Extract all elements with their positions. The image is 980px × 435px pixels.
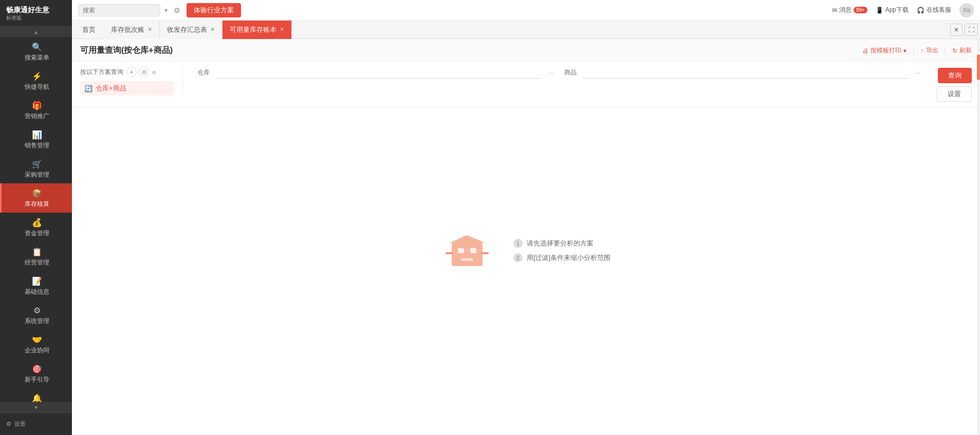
search-dropdown-icon[interactable]: ▾ [164, 7, 168, 14]
field-warehouse-group: 仓库 ··· [197, 67, 556, 79]
trial-button[interactable]: 体验行业方案 [187, 3, 241, 17]
sidebar-item-label-8: 基础信息 [25, 288, 49, 296]
sidebar-item-label-1: 快捷导航 [25, 83, 49, 91]
sidebar-items: 🔍搜索菜单⚡快捷导航🎁营销推广📊销售管理🛒采购管理📦库存核算💰资金管理📋经营管理… [0, 37, 72, 402]
tab-1[interactable]: 库存批次账✕ [104, 21, 160, 39]
sidebar-item-9[interactable]: ⚙系统管理 [0, 300, 72, 330]
sidebar-item-8[interactable]: 📝基础信息 [0, 271, 72, 300]
sidebar-item-icon-7: 📋 [32, 247, 42, 257]
phone-icon: 📱 [876, 7, 883, 14]
scheme-title-label: 按以下方案查询 [80, 68, 123, 77]
sidebar-item-3[interactable]: 📊销售管理 [0, 125, 72, 154]
right-scrollbar[interactable] [977, 39, 980, 435]
sidebar-item-10[interactable]: 🤝企业协同 [0, 330, 72, 359]
sidebar-item-5[interactable]: 📦库存核算 [0, 183, 72, 213]
sidebar: 畅康通好生意 标准版 ▲ 🔍搜索菜单⚡快捷导航🎁营销推广📊销售管理🛒采购管理📦库… [0, 0, 72, 435]
headset-icon: 🎧 [917, 7, 924, 14]
scheme-settings-btn[interactable]: ⊙ [139, 67, 149, 77]
sidebar-item-label-3: 销售管理 [25, 141, 49, 150]
sidebar-item-icon-12: 🔔 [32, 393, 42, 402]
message-badge: 99+ [854, 7, 867, 13]
field-product-label: 商品 [564, 68, 579, 77]
field-warehouse-label: 仓库 [197, 68, 212, 77]
query-button[interactable]: 查询 [938, 68, 972, 83]
sidebar-scroll-up[interactable]: ▲ [0, 27, 72, 37]
scheme-add-btn[interactable]: + [126, 67, 137, 77]
export-label: 导出 [926, 46, 938, 55]
settings-icon: ⚙ [6, 421, 11, 427]
refresh-icon: ↻ [952, 47, 957, 54]
sidebar-item-icon-5: 📦 [32, 188, 42, 198]
scheme-panel: 按以下方案查询 + ⊙ « 🔄 仓库+商品 [80, 67, 183, 96]
message-icon: ✉ [832, 7, 837, 14]
sidebar-item-icon-11: 🎯 [32, 364, 42, 374]
sidebar-scroll-down[interactable]: ▼ [0, 402, 72, 412]
sidebar-item-icon-9: ⚙ [33, 306, 41, 315]
sidebar-item-2[interactable]: 🎁营销推广 [0, 96, 72, 125]
field-product-more[interactable]: ··· [913, 69, 922, 77]
sidebar-item-icon-4: 🛒 [32, 159, 42, 169]
scrollbar-thumb [977, 54, 980, 80]
scheme-label: 仓库+商品 [96, 84, 126, 93]
search-input[interactable] [78, 4, 160, 16]
sidebar-item-label-10: 企业协同 [25, 346, 49, 355]
tab-close-icon-3[interactable]: ✕ [280, 26, 284, 33]
field-product-input[interactable] [583, 67, 909, 79]
export-action[interactable]: ↑ 导出 [921, 46, 938, 55]
sidebar-item-label-9: 系统管理 [25, 317, 49, 326]
sidebar-item-4[interactable]: 🛒采购管理 [0, 154, 72, 183]
query-btn-area: 查询 设置 [937, 67, 972, 102]
print-icon: 🖨 [862, 47, 868, 54]
svg-rect-2 [458, 248, 464, 253]
online-service-label: 在线客服 [927, 6, 951, 14]
svg-rect-0 [452, 243, 483, 266]
app-download-item[interactable]: 📱 App下载 [876, 6, 909, 14]
page-header: 可用量查询(按仓库+商品) 🖨 按模板打印 ▾ | ↑ 导出 | ↻ 刷新 [72, 39, 980, 62]
svg-rect-4 [461, 258, 473, 261]
sidebar-item-label-0: 搜索菜单 [25, 53, 49, 62]
sidebar-item-12[interactable]: 🔔应用中心 [0, 388, 72, 402]
field-warehouse-more[interactable]: ··· [546, 69, 556, 77]
user-icon: Rit [963, 7, 970, 13]
print-action[interactable]: 🖨 按模板打印 ▾ [862, 46, 907, 55]
sidebar-bottom-settings[interactable]: ⚙ 设置 [0, 417, 72, 431]
sidebar-item-label-7: 经营管理 [25, 258, 49, 267]
sidebar-item-6[interactable]: 💰资金管理 [0, 213, 72, 242]
svg-rect-3 [470, 248, 476, 253]
topbar-gear-icon[interactable]: ⚙ [172, 4, 182, 16]
refresh-action[interactable]: ↻ 刷新 [952, 46, 972, 55]
empty-tip-1: 1 请先选择要分析的方案 [513, 239, 611, 248]
fullscreen-btn[interactable]: ⛶ [965, 24, 978, 36]
tip2-text: 用[过滤]条件来缩小分析范围 [527, 253, 611, 262]
online-service-item[interactable]: 🎧 在线客服 [917, 6, 951, 14]
tab-close-icon-1[interactable]: ✕ [147, 26, 152, 33]
settings-button[interactable]: 设置 [937, 86, 972, 102]
empty-illustration: ? [441, 225, 493, 276]
scheme-collapse-btn[interactable]: « [152, 68, 156, 76]
print-dropdown-icon[interactable]: ▾ [903, 47, 907, 54]
close-all-tabs-btn[interactable]: ✕ [950, 24, 963, 36]
sidebar-item-11[interactable]: 🎯新手引导 [0, 359, 72, 388]
tab-3[interactable]: 可用量库存账本✕ [223, 21, 292, 39]
sidebar-item-7[interactable]: 📋经营管理 [0, 242, 72, 271]
tab-2[interactable]: 收发存汇总表✕ [160, 21, 223, 39]
message-item[interactable]: ✉ 消息 99+ [832, 6, 867, 14]
scheme-item-warehouse-product[interactable]: 🔄 仓库+商品 [80, 81, 174, 96]
sidebar-item-label-2: 营销推广 [25, 112, 49, 121]
sidebar-item-icon-2: 🎁 [32, 101, 42, 110]
user-avatar[interactable]: Rit [959, 3, 974, 17]
brand-edition: 标准版 [6, 14, 66, 21]
field-warehouse-input[interactable] [216, 67, 542, 79]
message-label: 消息 [839, 6, 852, 14]
sidebar-item-1[interactable]: ⚡快捷导航 [0, 66, 72, 96]
search-wrap [78, 4, 160, 16]
empty-tips: 1 请先选择要分析的方案 2 用[过滤]条件来缩小分析范围 [513, 239, 611, 262]
tab-close-icon-2[interactable]: ✕ [210, 26, 215, 33]
svg-marker-1 [449, 235, 485, 243]
sidebar-item-0[interactable]: 🔍搜索菜单 [0, 37, 72, 66]
tip1-text: 请先选择要分析的方案 [527, 239, 594, 248]
scheme-icon-btns: + ⊙ [126, 67, 149, 77]
sidebar-item-label-5: 库存核算 [25, 200, 49, 209]
tab-home[interactable]: 首页 [74, 21, 104, 39]
sidebar-item-icon-0: 🔍 [32, 42, 42, 52]
